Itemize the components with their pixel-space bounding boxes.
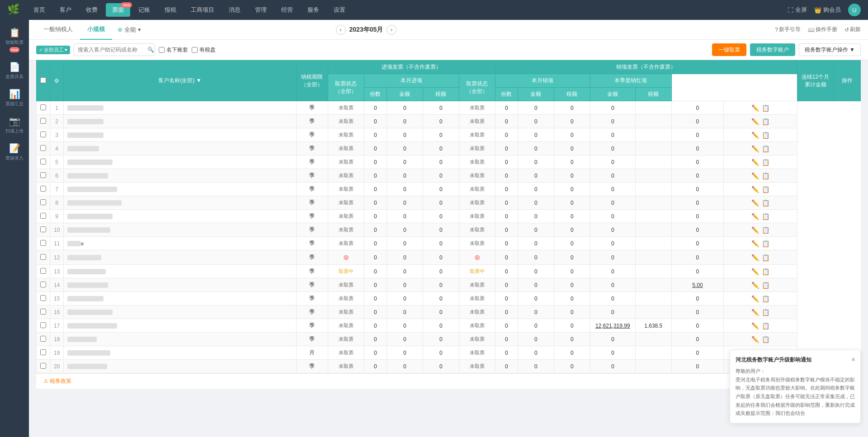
copy-icon[interactable]: 📋 xyxy=(762,268,769,275)
client-name-cell[interactable] xyxy=(64,142,296,155)
client-name-cell[interactable] xyxy=(64,265,296,278)
nav-home[interactable]: 首页 xyxy=(27,3,52,17)
tax-policy-link[interactable]: ⚠ 税务政策 xyxy=(43,377,71,385)
copy-icon[interactable]: 📋 xyxy=(762,336,769,343)
client-name-cell[interactable] xyxy=(64,196,296,210)
select-all-checkbox[interactable] xyxy=(40,77,46,83)
row-checkbox[interactable] xyxy=(40,104,46,110)
client-name-cell[interactable] xyxy=(64,250,296,265)
row-checkbox[interactable] xyxy=(40,186,46,192)
nav-ops[interactable]: 经营 xyxy=(275,3,299,17)
out-status-cell[interactable]: 未取票 xyxy=(459,333,495,346)
edit-icon[interactable]: ✏️ xyxy=(751,322,759,329)
copy-icon[interactable]: 📋 xyxy=(762,132,769,139)
row-checkbox[interactable] xyxy=(40,282,46,287)
nav-client[interactable]: 客户 xyxy=(53,3,78,17)
client-name-cell[interactable] xyxy=(64,101,296,115)
copy-icon[interactable]: 📋 xyxy=(762,172,769,179)
nav-fee[interactable]: 收费 xyxy=(80,3,104,17)
copy-icon[interactable]: 📋 xyxy=(762,226,769,234)
edit-icon[interactable]: ✏️ xyxy=(751,254,759,261)
edit-icon[interactable]: ✏️ xyxy=(751,240,759,247)
row-checkbox[interactable] xyxy=(40,309,46,315)
row-checkbox[interactable] xyxy=(40,199,46,205)
in-status-cell[interactable]: 未取票 xyxy=(328,169,364,183)
in-status-cell[interactable]: 取票中 xyxy=(328,265,364,278)
out-status-cell[interactable]: 未取票 xyxy=(459,346,495,360)
row-checkbox[interactable] xyxy=(40,240,46,246)
out-status-cell[interactable]: 未取票 xyxy=(459,169,495,183)
row-checkbox[interactable] xyxy=(40,268,46,274)
sidebar-item-smart-ticket[interactable]: 📋 智能取票 new xyxy=(0,23,29,56)
in-status-cell[interactable]: 未取票 xyxy=(328,305,364,319)
sidebar-item-invoice-summary[interactable]: 📊 票据汇总 xyxy=(0,85,29,110)
th-tax-period[interactable]: 纳税期限（全部） xyxy=(296,61,328,101)
edit-icon[interactable]: ✏️ xyxy=(751,309,759,316)
row-checkbox[interactable] xyxy=(40,145,46,151)
ledger-checkbox[interactable] xyxy=(159,47,165,53)
row-checkbox[interactable] xyxy=(40,132,46,137)
out-status-cell[interactable]: 未取票 xyxy=(459,115,495,128)
client-name-cell[interactable] xyxy=(64,292,296,305)
tooltip-close-btn[interactable]: × xyxy=(852,356,855,364)
edit-icon[interactable]: ✏️ xyxy=(751,226,759,234)
in-status-cell[interactable]: 未取票 xyxy=(328,237,364,250)
in-status-cell[interactable]: 未取票 xyxy=(328,292,364,305)
copy-icon[interactable]: 📋 xyxy=(762,309,769,316)
edit-icon[interactable]: ✏️ xyxy=(751,172,759,179)
edit-icon[interactable]: ✏️ xyxy=(751,132,759,139)
edit-icon[interactable]: ✏️ xyxy=(751,186,759,193)
out-status-cell[interactable]: 未取票 xyxy=(459,155,495,169)
row-checkbox[interactable] xyxy=(40,159,46,164)
fullscreen-btn[interactable]: ⛶ 全屏 xyxy=(788,6,807,14)
nav-settings[interactable]: 设置 xyxy=(327,3,352,17)
client-name-cell[interactable] xyxy=(64,223,296,237)
out-status-cell[interactable]: 未取票 xyxy=(459,196,495,210)
out-status-cell[interactable]: 未取票 xyxy=(459,101,495,115)
one-click-fetch-btn[interactable]: 一键取票 xyxy=(712,43,746,56)
copy-icon[interactable]: 📋 xyxy=(762,199,769,207)
out-status-cell[interactable]: 未取票 xyxy=(459,223,495,237)
employee-filter[interactable]: ✓ 全部员工 ▾ xyxy=(36,46,70,54)
in-status-cell[interactable]: 未取票 xyxy=(328,346,364,360)
out-status-cell[interactable]: 未取票 xyxy=(459,210,495,223)
client-name-cell[interactable] xyxy=(64,128,296,142)
row-checkbox[interactable] xyxy=(40,349,46,355)
edit-icon[interactable]: ✏️ xyxy=(751,104,759,112)
copy-icon[interactable]: 📋 xyxy=(762,118,769,125)
in-status-cell[interactable]: 未取票 xyxy=(328,223,364,237)
in-status-cell[interactable]: 未取票 xyxy=(328,333,364,346)
prev-month-btn[interactable]: ‹ xyxy=(336,25,346,35)
out-status-cell[interactable]: 未取票 xyxy=(459,183,495,196)
copy-icon[interactable]: 📋 xyxy=(762,145,769,152)
nav-tax[interactable]: 报税 xyxy=(158,3,183,17)
new-guide-btn[interactable]: ? 新手引导 xyxy=(775,26,801,33)
in-status-cell[interactable]: 未取票 xyxy=(328,115,364,128)
edit-icon[interactable]: ✏️ xyxy=(751,336,759,343)
client-name-cell[interactable] xyxy=(64,210,296,223)
out-status-cell[interactable]: 未取票 xyxy=(459,360,495,373)
copy-icon[interactable]: 📋 xyxy=(762,104,769,112)
in-status-cell[interactable]: 未取票 xyxy=(328,128,364,142)
client-name-cell[interactable]: e xyxy=(64,237,296,250)
tab-small-scale[interactable]: 小规模 xyxy=(80,20,112,40)
tax-digital-btn[interactable]: 税务数字账户 xyxy=(750,43,795,56)
client-name-cell[interactable] xyxy=(64,333,296,346)
out-status-cell[interactable]: 未取票 xyxy=(459,142,495,155)
tab-all-capable[interactable]: ⊕ 全能 ▾ xyxy=(112,20,146,39)
row-checkbox[interactable] xyxy=(40,213,46,219)
copy-icon[interactable]: 📋 xyxy=(762,213,769,220)
client-name-cell[interactable] xyxy=(64,305,296,319)
row-checkbox[interactable] xyxy=(40,295,46,301)
copy-icon[interactable]: 📋 xyxy=(762,240,769,247)
copy-icon[interactable]: 📋 xyxy=(762,295,769,302)
sidebar-item-invoice-open[interactable]: 📄 发票开具 xyxy=(0,58,29,83)
checkbox-taxpad[interactable]: 有税盘 xyxy=(192,46,216,54)
settings-icon[interactable]: ⚙ xyxy=(54,78,59,84)
copy-icon[interactable]: 📋 xyxy=(762,322,769,329)
in-status-cell[interactable]: 未取票 xyxy=(328,278,364,292)
th-client-name[interactable]: 客户名称(全部) ▼ xyxy=(64,61,296,101)
user-avatar[interactable]: U xyxy=(848,4,861,16)
checkbox-ledger[interactable]: 名下账套 xyxy=(159,46,188,54)
row-checkbox[interactable] xyxy=(40,363,46,369)
